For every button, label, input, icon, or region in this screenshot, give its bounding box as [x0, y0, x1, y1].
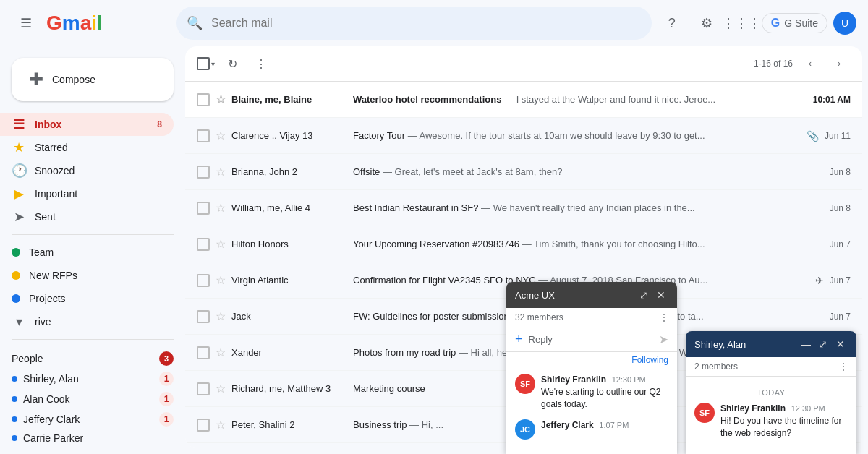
- chat-expand-button[interactable]: ⤢: [816, 337, 830, 351]
- select-all-wrap[interactable]: ▾: [197, 57, 215, 70]
- projects-dot: [12, 294, 20, 303]
- email-subject: Waterloo hotel recommendations — I staye…: [353, 94, 807, 105]
- person-jeffery-clark[interactable]: Jeffery Clark 1: [12, 409, 174, 429]
- compose-plus-icon: ✚: [29, 69, 43, 90]
- chat-messages-acme: SF Shirley Franklin 12:30 PM We're start…: [506, 368, 677, 454]
- chat-close-button[interactable]: ✕: [833, 337, 848, 351]
- search-input[interactable]: [176, 7, 652, 40]
- chat-expand-button[interactable]: ⤢: [637, 288, 651, 302]
- more-options-button[interactable]: ⋮: [250, 52, 273, 75]
- table-row[interactable]: ☆ Clarence .. Vijay 13 Factory Tour — Aw…: [185, 118, 862, 154]
- email-from: Peter, Shalini 2: [231, 419, 347, 430]
- chat-msg-name: Jeffery Clark: [541, 420, 594, 430]
- search-bar: 🔍: [176, 7, 652, 40]
- sidebar-new-rfps-label: New RFPs: [29, 270, 77, 281]
- email-checkbox[interactable]: [197, 238, 210, 251]
- sidebar-starred-label: Starred: [35, 142, 68, 153]
- email-time: Jun 8: [830, 167, 851, 177]
- person-shirley-alan[interactable]: Shirley, Alan 1: [12, 369, 174, 389]
- star-icon[interactable]: ☆: [216, 165, 226, 179]
- table-row[interactable]: ☆ William, me, Allie 4 Best Indian Resta…: [185, 190, 862, 226]
- compose-button[interactable]: ✚ Compose: [12, 58, 174, 101]
- table-row[interactable]: ☆ Brianna, John 2 Offsite — Great, let's…: [185, 154, 862, 190]
- star-icon[interactable]: ☆: [216, 237, 226, 251]
- person-carrie-parker[interactable]: Carrie Parker: [12, 429, 174, 447]
- email-time: Jun 8: [830, 203, 851, 213]
- star-icon[interactable]: ☆: [216, 346, 226, 359]
- reply-plus-icon[interactable]: +: [515, 332, 523, 347]
- email-from: Blaine, me, Blaine: [231, 94, 347, 105]
- reply-input[interactable]: Reply: [529, 334, 653, 345]
- email-from: William, me, Allie 4: [231, 202, 347, 213]
- star-icon[interactable]: ☆: [216, 382, 226, 395]
- select-all-checkbox[interactable]: [197, 57, 210, 70]
- reply-send-icon[interactable]: ➤: [659, 333, 668, 346]
- table-row[interactable]: ☆ Blaine, me, Blaine Waterloo hotel reco…: [185, 82, 862, 118]
- chat-minimize-button[interactable]: —: [799, 337, 813, 351]
- email-time: 10:01 AM: [813, 95, 851, 105]
- email-from: Brianna, John 2: [231, 166, 347, 177]
- settings-icon[interactable]: ⚙: [692, 9, 721, 38]
- star-icon[interactable]: ☆: [216, 201, 226, 215]
- table-row[interactable]: ☆ Hilton Honors Your Upcoming Reservatio…: [185, 226, 862, 262]
- chat-messages-shirley: TODAY SF Shirley Franklin 12:30 PM Hi! D…: [686, 377, 856, 454]
- email-toolbar: ▾ ↻ ⋮ 1-16 of 16 ‹ ›: [185, 46, 862, 82]
- email-checkbox[interactable]: [197, 346, 210, 359]
- sidebar-item-inbox[interactable]: ☰ Inbox 8: [0, 113, 174, 136]
- sidebar-item-team[interactable]: Team: [0, 241, 185, 264]
- pager-text: 1-16 of 16: [754, 59, 793, 69]
- email-meta: Jun 8: [830, 167, 851, 177]
- email-checkbox[interactable]: [197, 382, 210, 395]
- sidebar-item-new-rfps[interactable]: New RFPs: [0, 264, 185, 287]
- following-button[interactable]: Following: [631, 355, 668, 365]
- chat-minimize-button[interactable]: —: [619, 288, 634, 302]
- gsuite-badge[interactable]: G G Suite: [762, 13, 827, 33]
- email-checkbox[interactable]: [197, 274, 210, 287]
- apps-icon[interactable]: ⋮⋮⋮: [727, 9, 756, 38]
- help-icon[interactable]: ?: [658, 9, 686, 38]
- pager-next-button[interactable]: ›: [827, 52, 851, 75]
- email-pager: 1-16 of 16 ‹ ›: [754, 52, 851, 75]
- person-name: Jeffery Clark: [23, 414, 159, 425]
- email-checkbox[interactable]: [197, 310, 210, 323]
- chat-more-icon[interactable]: ⋮: [660, 312, 668, 322]
- sidebar-item-more[interactable]: ▾ rive: [0, 310, 174, 333]
- pager-prev-button[interactable]: ‹: [799, 52, 822, 75]
- starred-icon: ★: [12, 140, 26, 155]
- chat-popup-shirley: Shirley, Alan — ⤢ ✕ 2 members ⋮ TODAY SF…: [686, 331, 856, 454]
- sidebar-item-sent[interactable]: ➤ Sent: [0, 205, 174, 228]
- hamburger-menu[interactable]: ☰: [12, 9, 41, 38]
- star-icon[interactable]: ☆: [216, 129, 226, 142]
- chat-header-shirley[interactable]: Shirley, Alan — ⤢ ✕: [686, 331, 856, 357]
- sidebar-item-important[interactable]: ▶ Important: [0, 182, 174, 205]
- person-alan-cook[interactable]: Alan Cook 1: [12, 389, 174, 409]
- sidebar-inbox-label: Inbox: [35, 119, 61, 130]
- star-icon[interactable]: ☆: [216, 418, 226, 432]
- chat-header-acme[interactable]: Acme UX — ⤢ ✕: [506, 282, 677, 308]
- star-icon[interactable]: ☆: [216, 309, 226, 323]
- sidebar-item-snoozed[interactable]: 🕐 Snoozed: [0, 159, 174, 182]
- inbox-badge: 8: [157, 119, 162, 129]
- email-from: Virgin Atlantic: [231, 275, 347, 286]
- sidebar-item-starred[interactable]: ★ Starred: [0, 136, 174, 159]
- chat-close-button[interactable]: ✕: [654, 288, 668, 302]
- chat-message: JC Jeffery Clark 1:07 PM: [515, 419, 668, 440]
- chat-title-shirley: Shirley, Alan: [694, 339, 793, 350]
- star-icon[interactable]: ☆: [216, 273, 226, 287]
- chat-header-icons-shirley: — ⤢ ✕: [799, 337, 848, 351]
- email-from: Richard, me, Matthew 3: [231, 383, 347, 394]
- email-checkbox[interactable]: [197, 93, 210, 106]
- topbar-left: ☰ Gmail: [12, 9, 171, 38]
- refresh-button[interactable]: ↻: [221, 52, 244, 75]
- star-icon[interactable]: ☆: [216, 93, 226, 106]
- email-checkbox[interactable]: [197, 166, 210, 179]
- user-avatar[interactable]: U: [833, 12, 856, 35]
- select-chevron-icon[interactable]: ▾: [211, 60, 215, 68]
- chat-more-icon-shirley[interactable]: ⋮: [839, 361, 848, 372]
- email-checkbox[interactable]: [197, 129, 210, 142]
- email-checkbox[interactable]: [197, 419, 210, 432]
- email-checkbox[interactable]: [197, 202, 210, 215]
- email-meta: Jun 7: [830, 239, 851, 249]
- sidebar-item-projects[interactable]: Projects: [0, 287, 185, 310]
- person-count: 1: [159, 372, 174, 386]
